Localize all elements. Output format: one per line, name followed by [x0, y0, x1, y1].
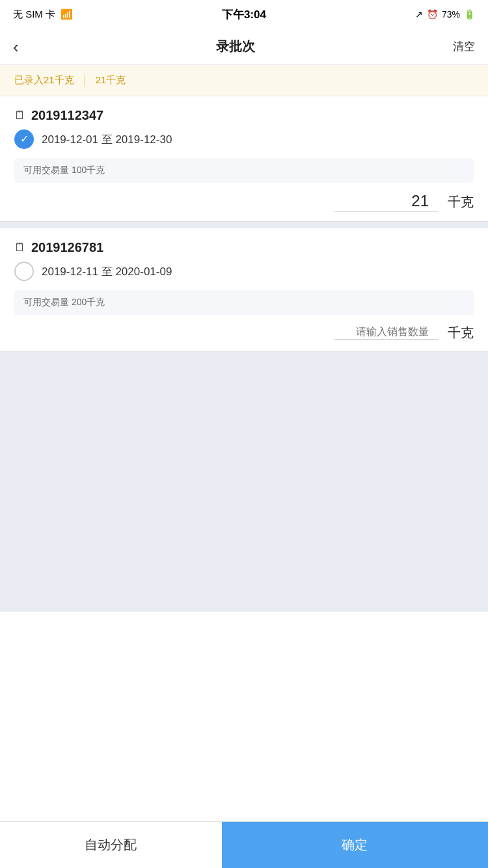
confirm-button[interactable]: 确定 [222, 822, 488, 868]
batch-available-2: 可用交易量 200千克 [14, 290, 474, 315]
section-divider [0, 222, 488, 228]
recorded-value: 21千克 [96, 74, 126, 87]
bottom-bar: 自动分配 确定 [0, 821, 488, 868]
carrier-label: 无 SIM 卡 [13, 8, 55, 21]
auto-distribute-button[interactable]: 自动分配 [0, 822, 222, 868]
batch-icon-1: 🗒 [14, 109, 26, 122]
batch-date-row-1[interactable]: ✓ 2019-12-01 至 2019-12-30 [14, 129, 474, 149]
empty-spacer [0, 351, 488, 612]
batch-icon-2: 🗒 [14, 241, 26, 254]
batch-date-1: 2019-12-01 至 2019-12-30 [42, 132, 172, 147]
batch-date-row-2[interactable]: 2019-12-11 至 2020-01-09 [14, 262, 474, 281]
batch-date-2: 2019-12-11 至 2020-01-09 [42, 264, 172, 279]
battery-label: 73% [442, 9, 460, 20]
radio-unselected-2[interactable] [14, 262, 34, 281]
radio-selected-1[interactable]: ✓ [14, 129, 34, 149]
wifi-icon: 📶 [61, 8, 73, 20]
batch-id-row-2: 🗒 2019126781 [14, 240, 474, 255]
status-time: 下午3:04 [222, 7, 266, 22]
info-divider [85, 75, 85, 87]
recorded-label: 已录入21千克 [14, 74, 74, 87]
status-left: 无 SIM 卡 📶 [13, 8, 73, 21]
info-banner: 已录入21千克 21千克 [0, 65, 488, 96]
status-right: ↗ ⏰ 73% 🔋 [415, 9, 475, 20]
quantity-input-2[interactable] [334, 326, 439, 338]
battery-icon: 🔋 [464, 9, 475, 20]
batch-card-1: 🗒 2019112347 ✓ 2019-12-01 至 2019-12-30 可… [0, 96, 488, 222]
quantity-underline-2 [334, 326, 439, 340]
content-area: 🗒 2019112347 ✓ 2019-12-01 至 2019-12-30 可… [0, 96, 488, 821]
clear-button[interactable]: 清空 [453, 39, 475, 54]
batch-available-1: 可用交易量 100千克 [14, 158, 474, 183]
back-button[interactable]: ‹ [13, 38, 19, 55]
check-icon-1: ✓ [20, 134, 29, 144]
quantity-input-1[interactable] [386, 192, 439, 210]
quantity-row-1: 千克 [0, 183, 488, 222]
quantity-underline-1 [334, 192, 439, 212]
status-bar: 无 SIM 卡 📶 下午3:04 ↗ ⏰ 73% 🔋 [0, 0, 488, 29]
batch-id-2: 2019126781 [31, 240, 103, 255]
batch-card-2: 🗒 2019126781 2019-12-11 至 2020-01-09 可用交… [0, 228, 488, 351]
batch-id-row-1: 🗒 2019112347 [14, 108, 474, 123]
location-icon: ↗ [415, 9, 423, 20]
page-title: 录批次 [216, 38, 255, 55]
quantity-unit-1: 千克 [448, 193, 474, 211]
batch-id-1: 2019112347 [31, 108, 103, 123]
quantity-row-2: 千克 [0, 315, 488, 351]
quantity-unit-2: 千克 [448, 324, 474, 342]
alarm-icon: ⏰ [427, 9, 438, 20]
nav-bar: ‹ 录批次 清空 [0, 29, 488, 65]
